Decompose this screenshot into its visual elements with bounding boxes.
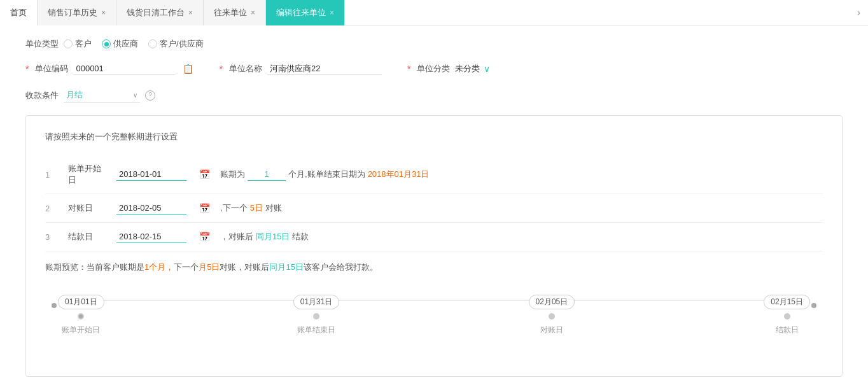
row-1-label: 账单开始日: [68, 163, 106, 186]
row-2-date-input[interactable]: [116, 202, 186, 215]
row-1-period-label: 账期为: [220, 169, 245, 180]
payment-condition-row: 收款条件 月结 ∨ ?: [25, 88, 843, 102]
tab-partner-units-close[interactable]: ×: [251, 8, 255, 17]
timeline-label-1: 账单开始日: [62, 325, 100, 335]
preview-period: 1个月，: [144, 262, 174, 272]
timeline-point-2: 01月31日 账单结束日: [293, 295, 340, 335]
tab-sales-history-label: 销售订单历史: [48, 7, 97, 18]
unit-code-input[interactable]: [73, 62, 175, 75]
payment-condition-label: 收款条件: [25, 90, 59, 101]
preview-reconcile-highlight: 月5日: [199, 262, 220, 272]
help-icon[interactable]: ?: [145, 90, 155, 101]
timeline-label-3: 对账日: [540, 325, 563, 335]
radio-supplier-label: 供应商: [113, 38, 138, 50]
row-3-date-input[interactable]: [116, 230, 186, 243]
setting-row-3: 3 结款日 📅 ，对账后同月15日结款: [45, 223, 823, 251]
preview-reconcile-suffix: 对账，对账后: [220, 262, 269, 272]
unit-category-value: 未分类: [455, 63, 480, 74]
copy-icon[interactable]: 📋: [183, 64, 193, 74]
payment-condition-select[interactable]: 月结 ∨: [64, 88, 140, 102]
row-2-desc: ,下一个5日对账: [220, 202, 282, 214]
row-3-prefix: ，对账后: [220, 231, 253, 243]
radio-both[interactable]: 客户/供应商: [148, 38, 204, 50]
unit-name-label: 单位名称: [229, 63, 262, 74]
panel-hint: 请按照未来的一个完整帐期进行设置: [45, 131, 823, 143]
tab-more-button[interactable]: ›: [850, 0, 868, 25]
preview-prefix: 账期预览：当前客户账期是: [45, 262, 144, 272]
row-2-num: 2: [45, 204, 58, 213]
unit-category-star: *: [407, 64, 410, 74]
row-3-desc: ，对账后同月15日结款: [220, 231, 309, 243]
row-2-highlight: 5日: [250, 202, 263, 214]
timeline-tag-4: 02月15日: [764, 295, 810, 309]
category-dropdown-icon[interactable]: ∨: [484, 64, 490, 74]
row-3-calendar-icon[interactable]: 📅: [199, 232, 210, 242]
timeline-dot-1: [78, 313, 84, 320]
timeline-point-4: 02月15日 结款日: [764, 295, 810, 335]
timeline-tag-3: 02月05日: [529, 295, 575, 309]
tab-home[interactable]: 首页: [0, 0, 38, 25]
tab-sales-history-close[interactable]: ×: [101, 8, 106, 17]
unit-name-input[interactable]: [267, 62, 382, 75]
row-1-num: 1: [45, 170, 58, 179]
unit-code-field: * 单位编码 📋: [25, 62, 193, 75]
timeline-start-dot: [52, 303, 57, 308]
payment-condition-value: 月结: [66, 89, 130, 101]
row-1-date-input[interactable]: [116, 168, 186, 181]
unit-code-label: 单位编码: [35, 63, 68, 74]
preview-reconcile-prefix: 下一个: [174, 262, 199, 272]
timeline-points: 01月01日 账单开始日 01月31日 账单结束日 02月05日 对账日 02月…: [58, 295, 810, 335]
tab-partner-units[interactable]: 往来单位 ×: [204, 0, 266, 25]
row-3-label: 结款日: [68, 231, 106, 243]
row-1-desc: 账期为 个月,账单结束日期为 2018年01月31日: [220, 168, 429, 181]
unit-type-row: 单位类型 客户 供应商 客户/供应商: [25, 38, 843, 50]
radio-customer-circle: [64, 39, 73, 48]
setting-row-1: 1 账单开始日 📅 账期为 个月,账单结束日期为 2018年01月31日: [45, 155, 823, 194]
timeline: 01月01日 账单开始日 01月31日 账单结束日 02月05日 对账日 02月…: [45, 288, 823, 361]
row-2-calendar-icon[interactable]: 📅: [199, 203, 210, 213]
tab-cash-workbench[interactable]: 钱货日清工作台 ×: [116, 0, 204, 25]
setting-row-2: 2 对账日 📅 ,下一个5日对账: [45, 194, 823, 223]
timeline-tag-2: 01月31日: [293, 295, 340, 309]
tab-home-label: 首页: [10, 7, 27, 18]
timeline-end-dot: [811, 303, 816, 308]
main-content: 单位类型 客户 供应商 客户/供应商 * 单位编码: [0, 25, 868, 387]
unit-type-radio-group: 客户 供应商 客户/供应商: [64, 38, 204, 50]
unit-category-field: * 单位分类 未分类 ∨: [407, 63, 490, 74]
timeline-dot-2: [313, 313, 319, 320]
timeline-point-3: 02月05日 对账日: [529, 295, 575, 335]
row-1-period-unit: 个月,账单结束日期为: [288, 169, 365, 180]
tab-partner-units-label: 往来单位: [214, 7, 247, 18]
unit-category-select[interactable]: 未分类 ∨: [455, 63, 490, 74]
radio-customer-label: 客户: [75, 38, 92, 50]
timeline-dot-3: [549, 313, 555, 320]
unit-info-row: * 单位编码 📋 * 单位名称 * 单位分类 未分类 ∨: [25, 62, 843, 75]
tab-bar: 首页 销售订单历史 × 钱货日清工作台 × 往来单位 × 编辑往来单位 × ›: [0, 0, 868, 25]
row-1-calendar-icon[interactable]: 📅: [199, 169, 210, 179]
payment-condition-arrow: ∨: [133, 92, 137, 99]
preview-payment-highlight: 同月15日: [269, 262, 303, 272]
tab-edit-partner[interactable]: 编辑往来单位 ×: [266, 0, 345, 25]
tab-edit-partner-close[interactable]: ×: [330, 8, 334, 17]
timeline-label-2: 账单结束日: [297, 325, 335, 335]
preview-text: 账期预览：当前客户账期是1个月，下一个月5日对账，对账后同月15日该客户会给我打…: [45, 251, 823, 273]
tab-sales-history[interactable]: 销售订单历史 ×: [38, 0, 116, 25]
period-input[interactable]: [248, 168, 286, 181]
radio-both-circle: [148, 39, 157, 48]
tab-cash-workbench-label: 钱货日清工作台: [127, 7, 185, 18]
radio-supplier-circle: [102, 39, 111, 48]
unit-type-label: 单位类型: [25, 38, 59, 50]
row-2-suffix: 对账: [265, 202, 282, 214]
timeline-dot-4: [784, 313, 790, 320]
radio-supplier[interactable]: 供应商: [102, 38, 138, 50]
radio-customer[interactable]: 客户: [64, 38, 92, 50]
preview-payment-suffix: 该客户会给我打款。: [304, 262, 378, 272]
timeline-tag-1: 01月01日: [58, 295, 104, 309]
timeline-point-1: 01月01日 账单开始日: [58, 295, 104, 335]
row-2-prefix: ,下一个: [220, 202, 248, 214]
row-3-num: 3: [45, 232, 58, 242]
tab-cash-workbench-close[interactable]: ×: [188, 8, 193, 17]
row-2-label: 对账日: [68, 202, 106, 214]
row-3-highlight: 同月15日: [256, 231, 290, 243]
unit-code-star: *: [25, 64, 29, 74]
